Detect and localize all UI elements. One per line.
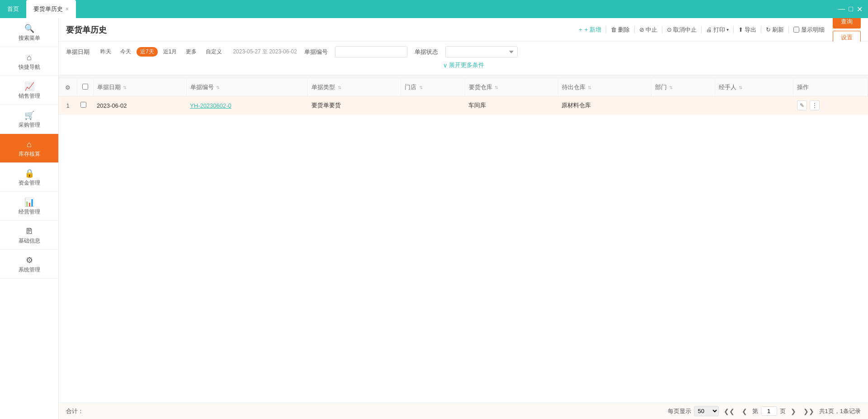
status-select[interactable]: 待审核 已审核 已拒绝 bbox=[445, 46, 518, 57]
sidebar-item-label-inventory: 库存核算 bbox=[19, 150, 40, 158]
page-title: 要货单历史 bbox=[66, 24, 579, 35]
cancel-suspend-button[interactable]: ⊙ 取消中止 bbox=[667, 26, 697, 34]
tab-home[interactable]: 首页 bbox=[0, 0, 26, 18]
row-checkbox[interactable] bbox=[80, 102, 86, 108]
sidebar-item-finance[interactable]: 🔒 资金管理 bbox=[0, 163, 58, 192]
delete-button[interactable]: 🗑 删除 bbox=[611, 26, 630, 34]
sidebar-item-ops[interactable]: 📊 经营管理 bbox=[0, 192, 58, 221]
table-header-row: ⚙ 单据日期 ⇅ 单据编号 ⇅ bbox=[59, 79, 868, 96]
sidebar-item-inventory[interactable]: ⌂ 库存核算 bbox=[0, 134, 58, 163]
tab-home-label: 首页 bbox=[7, 5, 19, 13]
show-detail-checkbox[interactable] bbox=[793, 27, 799, 33]
total-pages-text: 共1页，1条记录 bbox=[819, 407, 861, 415]
th-date-label: 单据日期 bbox=[97, 84, 121, 90]
sidebar-item-label-system: 系统管理 bbox=[19, 266, 40, 274]
sidebar-item-search-menu[interactable]: 🔍 搜索菜单 bbox=[0, 18, 58, 47]
window-close-icon[interactable]: ✕ bbox=[857, 5, 863, 14]
quick-nav-icon: ⌂ bbox=[27, 53, 32, 62]
tab-requisition-history[interactable]: 要货单历史 × bbox=[26, 0, 76, 18]
date-btn-1month[interactable]: 近1月 bbox=[160, 47, 181, 57]
date-btn-today[interactable]: 今天 bbox=[117, 47, 135, 57]
pending-warehouse-sort-icon[interactable]: ⇅ bbox=[588, 85, 591, 90]
bill-no-input[interactable] bbox=[335, 46, 407, 57]
row-bill-no[interactable]: YH-20230602-0 bbox=[186, 96, 308, 115]
last-page-btn[interactable]: ❯❯ bbox=[801, 407, 816, 416]
next-page-btn[interactable]: ❯ bbox=[788, 407, 798, 416]
print-button[interactable]: 🖨 打印 ▾ bbox=[706, 26, 729, 34]
minimize-icon[interactable]: — bbox=[838, 5, 845, 13]
sidebar-item-purchase[interactable]: 🛒 采购管理 bbox=[0, 105, 58, 134]
chevron-down-icon: ∨ bbox=[443, 62, 448, 69]
sidebar-item-label-basicinfo: 基础信息 bbox=[19, 237, 40, 245]
sidebar-item-sales[interactable]: 📈 销售管理 bbox=[0, 76, 58, 105]
sidebar-item-label-ops: 经营管理 bbox=[19, 208, 40, 216]
prev-page-btn[interactable]: ❮ bbox=[740, 407, 750, 416]
page-header: 要货单历史 + + 新增 🗑 删除 ⊘ 中止 ⊙ bbox=[59, 18, 868, 42]
action-edit-icon[interactable]: ✎ bbox=[797, 100, 807, 110]
window-controls: — □ ✕ bbox=[838, 5, 868, 14]
date-buttons: 昨天 今天 近7天 近1月 更多 自定义 bbox=[97, 47, 226, 57]
toolbar: + + 新增 🗑 删除 ⊘ 中止 ⊙ 取消中止 bbox=[579, 18, 861, 44]
export-button[interactable]: ⬆ 导出 bbox=[738, 26, 756, 34]
tab-close-icon[interactable]: × bbox=[66, 6, 69, 12]
cancel-suspend-icon: ⊙ bbox=[667, 26, 672, 33]
date-range-text: 2023-05-27 至 2023-06-02 bbox=[233, 48, 297, 56]
handler-sort-icon[interactable]: ⇅ bbox=[739, 85, 742, 90]
date-btn-7days[interactable]: 近7天 bbox=[137, 47, 158, 57]
action-more-icon[interactable]: ⋮ bbox=[810, 100, 820, 110]
th-pending-warehouse-label: 待出仓库 bbox=[562, 84, 585, 90]
sidebar-item-basic-info[interactable]: 🖹 基础信息 bbox=[0, 221, 58, 250]
print-icon: 🖨 bbox=[706, 26, 712, 33]
suspend-button[interactable]: ⊘ 中止 bbox=[639, 26, 657, 34]
store-sort-icon[interactable]: ⇅ bbox=[419, 85, 423, 90]
new-button[interactable]: + + 新增 bbox=[579, 26, 601, 34]
req-warehouse-sort-icon[interactable]: ⇅ bbox=[495, 85, 498, 90]
row-date: 2023-06-02 bbox=[93, 96, 186, 115]
toolbar-divider-7 bbox=[788, 26, 789, 33]
bill-type-sort-icon[interactable]: ⇅ bbox=[338, 85, 341, 90]
th-store-label: 门店 bbox=[405, 84, 416, 90]
th-store: 门店 ⇅ bbox=[401, 79, 465, 96]
suspend-icon: ⊘ bbox=[639, 26, 644, 33]
page-number-input[interactable] bbox=[761, 406, 777, 416]
date-btn-yesterday[interactable]: 昨天 bbox=[97, 47, 115, 57]
date-sort-icon[interactable]: ⇅ bbox=[123, 85, 127, 90]
row-action: ✎ ⋮ bbox=[793, 96, 868, 115]
requisition-table: ⚙ 单据日期 ⇅ 单据编号 ⇅ bbox=[59, 79, 868, 115]
delete-icon: 🗑 bbox=[611, 26, 617, 33]
main-layout: 🔍 搜索菜单 ⌂ 快捷导航 📈 销售管理 🛒 采购管理 ⌂ 库存核算 🔒 资金管… bbox=[0, 18, 868, 419]
expand-more-btn[interactable]: ∨ 展开更多条件 bbox=[443, 61, 484, 72]
th-date: 单据日期 ⇅ bbox=[93, 79, 186, 96]
dept-sort-icon[interactable]: ⇅ bbox=[669, 85, 673, 90]
first-page-btn[interactable]: ❮❮ bbox=[722, 407, 737, 416]
pagination: 每页显示 10 20 50 100 ❮❮ ❮ 第 页 ❯ ❯❯ 共1页，1条记录 bbox=[668, 406, 861, 416]
inventory-icon: ⌂ bbox=[27, 140, 32, 148]
toolbar-divider-2 bbox=[634, 26, 635, 33]
filter-row: 单据日期 昨天 今天 近7天 近1月 更多 自定义 2023-05-27 至 2… bbox=[66, 46, 861, 61]
sidebar: 🔍 搜索菜单 ⌂ 快捷导航 📈 销售管理 🛒 采购管理 ⌂ 库存核算 🔒 资金管… bbox=[0, 18, 59, 419]
table-row[interactable]: 1 2023-06-02 YH-20230602-0 要货单要货 车间库 原材料… bbox=[59, 96, 868, 115]
date-btn-custom[interactable]: 自定义 bbox=[202, 47, 226, 57]
refresh-button[interactable]: ↻ 刷新 bbox=[766, 26, 784, 34]
toolbar-divider-6 bbox=[761, 26, 761, 33]
toolbar-divider-3 bbox=[662, 26, 662, 33]
per-page-label: 每页显示 bbox=[668, 407, 691, 415]
settings-icon[interactable]: ⚙ bbox=[65, 84, 71, 91]
date-btn-more[interactable]: 更多 bbox=[182, 47, 200, 57]
maximize-icon[interactable]: □ bbox=[849, 5, 853, 13]
per-page-select[interactable]: 10 20 50 100 bbox=[694, 406, 719, 416]
row-handler bbox=[715, 96, 793, 115]
tab-requisition-label: 要货单历史 bbox=[33, 5, 63, 13]
th-req-warehouse: 要货仓库 ⇅ bbox=[465, 79, 558, 96]
query-button[interactable]: 查询 bbox=[833, 18, 861, 29]
sidebar-item-system[interactable]: ⚙ 系统管理 bbox=[0, 250, 58, 279]
select-all-checkbox[interactable] bbox=[82, 84, 88, 90]
sales-icon: 📈 bbox=[24, 82, 34, 90]
th-bill-type: 单据类型 ⇅ bbox=[308, 79, 401, 96]
th-bill-no: 单据编号 ⇅ bbox=[186, 79, 308, 96]
row-num: 1 bbox=[59, 96, 77, 115]
sidebar-item-quick-nav[interactable]: ⌂ 快捷导航 bbox=[0, 47, 58, 76]
show-detail-checkbox-label[interactable]: 显示明细 bbox=[793, 26, 825, 34]
th-pending-warehouse: 待出仓库 ⇅ bbox=[558, 79, 651, 96]
bill-no-sort-icon[interactable]: ⇅ bbox=[216, 85, 220, 90]
